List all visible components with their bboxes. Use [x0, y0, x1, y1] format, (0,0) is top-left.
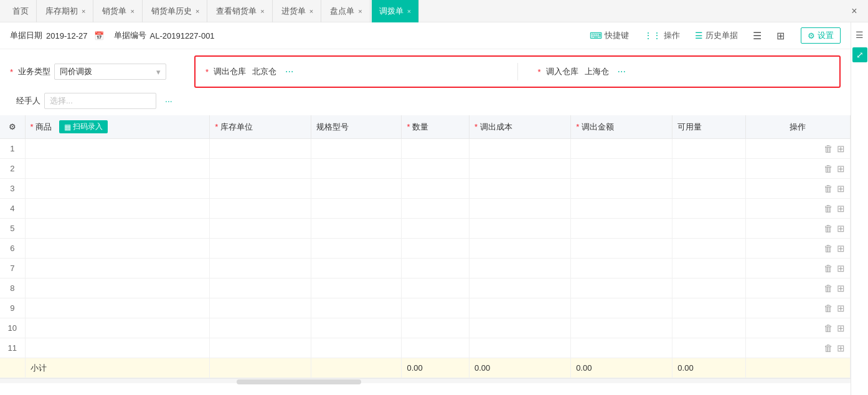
- close-icon[interactable]: ×: [130, 7, 134, 15]
- tab-home[interactable]: 首页: [5, 0, 37, 22]
- row-product[interactable]: [25, 318, 210, 338]
- row-product[interactable]: [25, 179, 210, 199]
- delete-icon[interactable]: 🗑: [824, 263, 833, 274]
- sidebar-list-icon[interactable]: ☰: [852, 27, 867, 42]
- settings-button[interactable]: ⚙ 设置: [801, 27, 841, 44]
- docno-value: AL-20191227-001: [150, 31, 215, 40]
- row-available: [672, 239, 746, 259]
- row-amount: [571, 318, 672, 338]
- subtotal-qty: 0.00: [402, 358, 469, 378]
- row-product[interactable]: [25, 259, 210, 278]
- row-product[interactable]: [25, 239, 210, 259]
- horizontal-scrollbar[interactable]: [0, 378, 851, 383]
- row-product[interactable]: [25, 219, 210, 239]
- delete-icon[interactable]: 🗑: [824, 163, 833, 174]
- tab-sales-history-label: 销货单历史: [151, 6, 192, 17]
- tab-sales-history[interactable]: 销货单历史 ×: [144, 0, 207, 22]
- close-icon[interactable]: ×: [196, 7, 199, 15]
- row-cost: [469, 159, 570, 179]
- warehouse-out-label: 调出仓库: [214, 66, 246, 77]
- warehouse-out-field: * 调出仓库 北京仓 ···: [205, 66, 498, 77]
- row-amount: [571, 278, 672, 298]
- handler-label: 经手人: [16, 95, 40, 107]
- shortcuts-button[interactable]: ⌨ 快捷键: [586, 29, 633, 42]
- tab-transfer-order[interactable]: 调拨单 ×: [372, 0, 419, 22]
- row-available: [672, 219, 746, 239]
- delete-icon[interactable]: 🗑: [824, 243, 833, 254]
- row-available: [672, 159, 746, 179]
- layout1-button[interactable]: ☰: [749, 29, 765, 43]
- col-available-label: 可用量: [677, 122, 702, 131]
- row-cost: [469, 278, 570, 298]
- row-amount: [571, 338, 672, 358]
- copy-icon[interactable]: ⊞: [837, 203, 845, 214]
- sidebar-expand-icon[interactable]: ⤢: [852, 47, 867, 62]
- scrollbar-thumb[interactable]: [237, 379, 361, 384]
- row-product[interactable]: [25, 298, 210, 318]
- col-spec-label: 规格型号: [316, 122, 349, 131]
- shortcuts-icon: ⌨: [590, 31, 602, 40]
- copy-icon[interactable]: ⊞: [837, 243, 845, 254]
- delete-icon[interactable]: 🗑: [824, 283, 833, 293]
- handler-ellipsis[interactable]: ···: [165, 96, 172, 106]
- window-close-button[interactable]: ×: [846, 2, 863, 20]
- copy-icon[interactable]: ⊞: [837, 323, 845, 334]
- docno-label: 单据编号: [114, 30, 146, 41]
- delete-icon[interactable]: 🗑: [824, 223, 833, 234]
- history-icon: ☰: [695, 31, 703, 40]
- row-amount: [571, 259, 672, 278]
- copy-icon[interactable]: ⊞: [837, 163, 845, 174]
- row-product[interactable]: [25, 338, 210, 358]
- date-label: 单据日期: [10, 30, 42, 41]
- warehouse-out-ellipsis[interactable]: ···: [285, 66, 293, 77]
- row-qty: [402, 179, 469, 199]
- copy-icon[interactable]: ⊞: [837, 283, 845, 294]
- row-product[interactable]: [25, 139, 210, 159]
- delete-icon[interactable]: 🗑: [824, 203, 833, 214]
- dropdown-icon: ▾: [156, 67, 161, 77]
- row-qty: [402, 239, 469, 259]
- close-icon[interactable]: ×: [358, 7, 362, 15]
- close-icon[interactable]: ×: [260, 7, 264, 15]
- history-label: 历史单据: [705, 30, 738, 41]
- row-available: [672, 139, 746, 159]
- handler-placeholder: 选择...: [50, 95, 73, 107]
- layout2-button[interactable]: ⊞: [773, 29, 788, 43]
- row-action: 🗑⊞: [745, 338, 850, 358]
- delete-icon[interactable]: 🗑: [824, 343, 833, 353]
- tab-sales-order[interactable]: 销货单 ×: [95, 0, 142, 22]
- close-icon[interactable]: ×: [309, 7, 313, 15]
- barcode-btn[interactable]: ▦ 扫码录入: [59, 120, 108, 133]
- handler-input[interactable]: 选择...: [44, 93, 156, 109]
- operations-button[interactable]: ⋮⋮ 操作: [640, 29, 684, 42]
- tab-inventory-init[interactable]: 库存期初 ×: [38, 0, 93, 22]
- tab-view-sales[interactable]: 查看销货单 ×: [209, 0, 272, 22]
- copy-icon[interactable]: ⊞: [837, 183, 845, 194]
- row-product[interactable]: [25, 159, 210, 179]
- copy-icon[interactable]: ⊞: [837, 223, 845, 234]
- row-product[interactable]: [25, 278, 210, 298]
- business-type-input[interactable]: 同价调拨 ▾: [54, 64, 166, 80]
- close-icon[interactable]: ×: [82, 7, 85, 15]
- close-icon-active[interactable]: ×: [407, 7, 411, 15]
- history-button[interactable]: ☰ 历史单据: [691, 29, 742, 42]
- tab-purchase-order[interactable]: 进货单 ×: [274, 0, 321, 22]
- row-action: 🗑⊞: [745, 259, 850, 278]
- row-product[interactable]: [25, 199, 210, 219]
- row-available: [672, 298, 746, 318]
- copy-icon[interactable]: ⊞: [837, 303, 845, 314]
- row-num: 5: [0, 219, 25, 239]
- copy-icon[interactable]: ⊞: [837, 263, 845, 274]
- delete-icon[interactable]: 🗑: [824, 143, 833, 154]
- delete-icon[interactable]: 🗑: [824, 183, 833, 194]
- row-cost: [469, 199, 570, 219]
- business-type-field: * 业务类型 同价调拨 ▾: [10, 64, 184, 80]
- delete-icon[interactable]: 🗑: [824, 323, 833, 333]
- delete-icon[interactable]: 🗑: [824, 303, 833, 313]
- copy-icon[interactable]: ⊞: [837, 143, 845, 155]
- col-gear[interactable]: ⚙: [0, 115, 25, 139]
- warehouse-in-ellipsis[interactable]: ···: [618, 66, 626, 77]
- calendar-icon[interactable]: 📅: [94, 31, 104, 40]
- tab-inventory-check[interactable]: 盘点单 ×: [323, 0, 370, 22]
- copy-icon[interactable]: ⊞: [837, 343, 845, 354]
